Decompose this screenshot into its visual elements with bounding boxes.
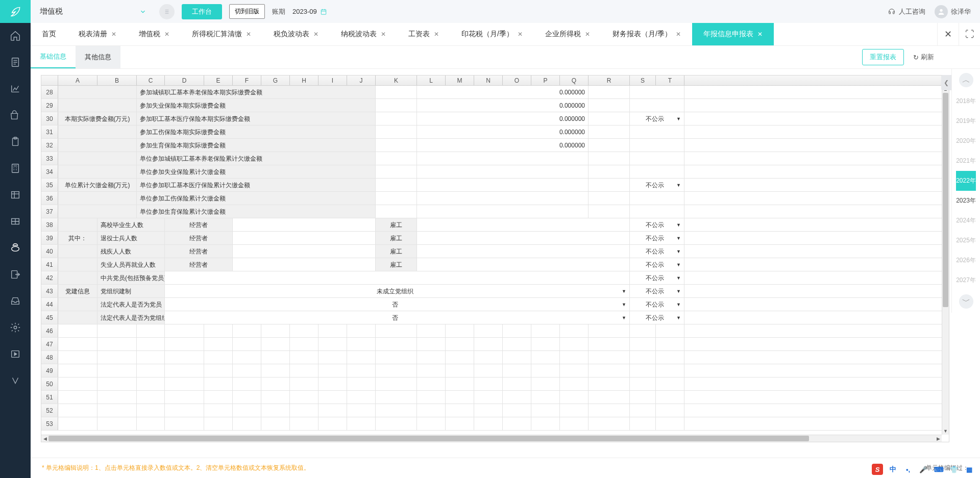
cell[interactable] — [630, 152, 684, 165]
row-header[interactable]: 39 — [41, 232, 58, 244]
cell[interactable] — [417, 179, 589, 191]
col-header[interactable]: J — [347, 76, 376, 85]
workspace-button[interactable]: 工作台 — [182, 4, 222, 19]
row-header[interactable]: 46 — [41, 324, 58, 337]
row-header[interactable]: 38 — [41, 218, 58, 231]
account-select[interactable]: 增值税 — [40, 7, 152, 16]
cell[interactable] — [630, 417, 656, 430]
cell[interactable] — [58, 298, 97, 311]
row-header[interactable]: 30 — [41, 112, 58, 125]
cell[interactable] — [376, 86, 417, 98]
nav-exit[interactable] — [5, 267, 26, 282]
cell[interactable] — [376, 404, 417, 417]
cell[interactable] — [474, 391, 503, 404]
cell[interactable] — [474, 404, 503, 417]
item-label[interactable]: 高校毕业生人数 — [97, 218, 165, 231]
row-header[interactable]: 34 — [41, 165, 58, 178]
nav-table[interactable] — [5, 187, 26, 203]
cell[interactable] — [97, 364, 137, 377]
col-header[interactable]: D — [165, 76, 204, 85]
status-dropdown[interactable]: 不公示▼ — [630, 218, 684, 231]
ime-menu-icon[interactable]: ▦ — [964, 464, 975, 475]
row-header[interactable]: 48 — [41, 351, 58, 364]
cell[interactable] — [233, 258, 376, 271]
row-header[interactable]: 36 — [41, 192, 58, 205]
cell[interactable] — [318, 338, 347, 350]
tab-item[interactable]: 工资表✕ — [397, 23, 450, 45]
switch-old-button[interactable]: 切到旧版 — [229, 4, 265, 19]
tab-item[interactable]: 所得税汇算清缴✕ — [181, 23, 262, 45]
cell[interactable] — [446, 338, 474, 350]
item-label[interactable]: 法定代表人是否为党员 — [97, 298, 165, 311]
year-item[interactable]: 2018年 — [956, 91, 976, 111]
ime-lang-icon[interactable]: 中 — [887, 464, 898, 475]
role-cell[interactable]: 经营者 — [165, 232, 233, 244]
cell[interactable] — [503, 404, 531, 417]
status-dropdown[interactable]: 不公示▼ — [630, 112, 684, 125]
row-header[interactable]: 29 — [41, 99, 58, 112]
cell[interactable] — [261, 404, 290, 417]
cell[interactable] — [347, 391, 376, 404]
cell[interactable] — [58, 152, 137, 165]
cell[interactable] — [97, 391, 137, 404]
cell[interactable] — [503, 417, 531, 430]
close-icon[interactable]: ✕ — [434, 31, 439, 38]
nav-doc[interactable] — [5, 55, 26, 70]
cell[interactable] — [137, 364, 165, 377]
row-header[interactable]: 40 — [41, 245, 58, 258]
cell[interactable] — [531, 417, 560, 430]
cell[interactable] — [97, 378, 137, 390]
close-icon[interactable]: ✕ — [518, 31, 523, 38]
cell[interactable] — [290, 338, 318, 350]
row-header[interactable]: 44 — [41, 298, 58, 311]
period-picker[interactable]: 2023-09 — [292, 8, 327, 15]
cell[interactable] — [376, 351, 417, 364]
cell[interactable] — [630, 324, 656, 337]
cell[interactable] — [589, 338, 630, 350]
cell[interactable] — [58, 205, 137, 218]
cell[interactable] — [204, 351, 233, 364]
cell[interactable] — [503, 351, 531, 364]
cell[interactable] — [503, 378, 531, 390]
cell[interactable] — [233, 378, 261, 390]
cell[interactable] — [589, 99, 630, 112]
cell[interactable] — [318, 404, 347, 417]
cell[interactable] — [417, 205, 589, 218]
user-menu[interactable]: 徐泽华 — [935, 5, 971, 18]
col-header[interactable]: Q — [560, 76, 589, 85]
row-header[interactable]: 45 — [41, 311, 58, 324]
col-header[interactable]: C — [137, 76, 165, 85]
tab-item[interactable]: 财务报表（月/季）✕ — [601, 23, 692, 45]
tab-item[interactable]: 税负波动表✕ — [262, 23, 330, 45]
cell[interactable] — [233, 417, 261, 430]
cell[interactable] — [233, 364, 261, 377]
close-icon[interactable]: ✕ — [381, 31, 386, 38]
cell[interactable] — [290, 391, 318, 404]
cell[interactable] — [531, 338, 560, 350]
cell[interactable] — [446, 378, 474, 390]
cell[interactable] — [630, 378, 656, 390]
cell[interactable] — [261, 417, 290, 430]
cell[interactable] — [347, 351, 376, 364]
value-cell[interactable]: 0.000000 — [417, 139, 589, 152]
ime-mic-icon[interactable]: 🎤 — [918, 464, 929, 475]
cell[interactable] — [204, 364, 233, 377]
cell[interactable] — [376, 139, 417, 152]
cell[interactable] — [589, 417, 630, 430]
cell[interactable] — [446, 364, 474, 377]
cell[interactable] — [417, 404, 446, 417]
cell[interactable] — [417, 338, 446, 350]
col-header[interactable]: A — [58, 76, 97, 85]
cell[interactable] — [630, 205, 684, 218]
cell[interactable] — [589, 391, 630, 404]
cell[interactable] — [417, 218, 630, 231]
cell[interactable] — [97, 417, 137, 430]
status-dropdown[interactable]: 不公示▼ — [630, 298, 684, 311]
item-label[interactable]: 参加城镇职工基本养老保险本期实际缴费金额 — [137, 86, 376, 98]
cell[interactable] — [233, 391, 261, 404]
cell[interactable] — [531, 378, 560, 390]
cell[interactable] — [137, 351, 165, 364]
nav-clipboard[interactable] — [5, 134, 26, 149]
cell[interactable] — [58, 99, 137, 112]
row-header[interactable]: 50 — [41, 378, 58, 390]
